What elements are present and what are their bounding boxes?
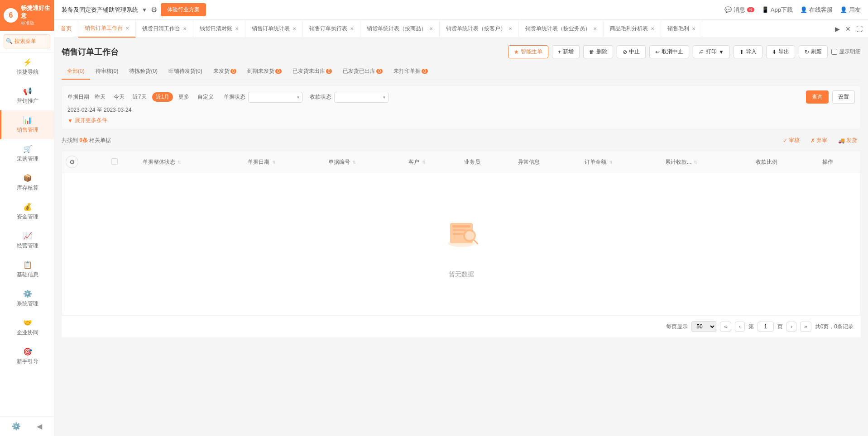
tab-close-sales-exec[interactable]: ✕ (350, 26, 354, 31)
sidebar-item-inventory[interactable]: 📦 库存核算 (0, 168, 54, 197)
date-opt-7days[interactable]: 近7天 (130, 92, 149, 102)
review-btn[interactable]: ✓ 审核 (779, 135, 803, 146)
subtab-shipped-out[interactable]: 已发货已出库0 (337, 64, 388, 80)
logo[interactable]: 6 畅捷通好生意 标准版 (0, 0, 54, 31)
cancel-stop-btn[interactable]: ↩ 取消中止 (649, 45, 689, 58)
tab-sales-exec[interactable]: 销售订单执行表 ✕ (303, 20, 360, 37)
subtabs: 全部(0) 待审核(0) 待拣验货(0) 旺铺待发货(0) 未发货0 到期未发货… (62, 64, 861, 80)
date-opt-today[interactable]: 今天 (111, 92, 127, 102)
subtab-all[interactable]: 全部(0) (62, 64, 90, 80)
next-page-btn[interactable]: › (786, 322, 796, 332)
filter-settings-btn[interactable]: 设置 (832, 90, 855, 104)
tab-product-margin[interactable]: 商品毛利分析表 ✕ (604, 20, 661, 37)
add-btn[interactable]: + 新增 (552, 45, 580, 58)
import-btn[interactable]: ⬆ 导入 (734, 45, 762, 58)
cta-button[interactable]: 体验行业方案 (161, 3, 206, 16)
date-opt-yesterday[interactable]: 昨天 (92, 92, 108, 102)
subtab-wangpu-pending[interactable]: 旺铺待发货(0) (163, 64, 208, 80)
date-opt-1month[interactable]: 近1月 (152, 92, 173, 102)
tab-fullscreen-btn[interactable]: ⛶ (854, 24, 864, 34)
tab-sales-order[interactable]: 销售订单工作台 ✕ (78, 20, 136, 38)
settings-bottom-btn[interactable]: ⚙️ (10, 420, 23, 432)
subtab-not-shipped[interactable]: 未发货0 (208, 64, 242, 80)
page-input[interactable] (758, 322, 774, 332)
last-page-btn[interactable]: » (800, 322, 811, 332)
tab-close-sales-profit[interactable]: ✕ (692, 26, 695, 31)
subtab-pending-review[interactable]: 待审核(0) (90, 64, 124, 80)
column-settings-btn[interactable]: ⚙ (66, 156, 78, 168)
sidebar-item-newbie[interactable]: 🎯 新手引导 (0, 342, 54, 371)
message-btn[interactable]: 💬 消息 6 (724, 6, 754, 14)
topbar-right: 💬 消息 6 📱 App下载 👤 在线客服 👤 用友 (724, 6, 861, 14)
th-date[interactable]: 单据日期 ⇅ (244, 151, 325, 173)
user-btn[interactable]: 👤 用友 (840, 6, 861, 14)
select-all-checkbox[interactable] (111, 158, 118, 165)
tab-home[interactable]: 首页 (54, 20, 78, 37)
th-customer[interactable]: 客户 ⇅ (405, 151, 460, 173)
tab-close-sales-order[interactable]: ✕ (125, 26, 129, 31)
query-btn[interactable]: 查询 (806, 90, 829, 104)
tab-sales-stat-staff[interactable]: 销货单统计表（按业务员） ✕ (519, 20, 604, 37)
prev-page-btn[interactable]: ‹ (735, 322, 745, 332)
status-select[interactable] (248, 92, 302, 103)
tab-sales-stat-product[interactable]: 销货单统计表（按商品） ✕ (360, 20, 440, 37)
stop-btn[interactable]: ⊘ 中止 (617, 45, 646, 58)
subtab-expired-not-shipped[interactable]: 到期未发货0 (242, 64, 287, 80)
sidebar-item-sales[interactable]: 📊 销售管理 (0, 110, 54, 139)
th-status[interactable]: 单据整体状态 ⇅ (139, 151, 245, 173)
tab-close-sales-stat-staff[interactable]: ✕ (593, 26, 597, 31)
topbar-settings-btn[interactable]: ⚙ (151, 5, 157, 14)
tab-close-cash-daily[interactable]: ✕ (183, 26, 187, 31)
svg-point-6 (465, 231, 474, 240)
collapse-btn[interactable]: ◀ (35, 420, 44, 432)
sidebar-item-quick-nav[interactable]: ⚡ 快捷导航 (0, 52, 54, 81)
date-opt-custom[interactable]: 自定义 (195, 92, 216, 102)
expand-filter-btn[interactable]: ▼ 展开更多条件 (67, 117, 855, 124)
tab-close-all-btn[interactable]: ✕ (844, 24, 853, 34)
print-btn[interactable]: 🖨 打印 ▼ (693, 45, 730, 58)
system-title-dropdown[interactable]: ▼ (142, 7, 147, 13)
tab-close-sales-stat-product[interactable]: ✕ (429, 26, 433, 31)
ship-btn[interactable]: 🚚 发货 (834, 135, 861, 146)
subtab-pending-inspect[interactable]: 待拣验货(0) (124, 64, 163, 80)
subtab-not-printed[interactable]: 未打印单据0 (388, 64, 433, 80)
search-menu-button[interactable]: 🔍 搜索菜单 (4, 34, 50, 48)
per-page-select[interactable]: 10 20 50 100 (691, 321, 716, 332)
tab-sales-stat[interactable]: 销售订单统计表 ✕ (245, 20, 303, 37)
tab-close-sales-stat-customer[interactable]: ✕ (508, 26, 512, 31)
export-btn[interactable]: ⬇ 导出 (766, 45, 795, 58)
refresh-btn[interactable]: ↻ 刷新 (799, 45, 828, 58)
app-download-btn[interactable]: 📱 App下载 (762, 6, 793, 14)
tab-close-product-margin[interactable]: ✕ (651, 26, 654, 31)
date-opt-more[interactable]: 更多 (176, 92, 192, 102)
tab-sales-profit[interactable]: 销售毛利 ✕ (661, 20, 702, 37)
first-page-btn[interactable]: « (720, 322, 731, 332)
tab-cash-reconcile[interactable]: 钱货日清对账 ✕ (193, 20, 245, 37)
sidebar-item-label: 新手引导 (17, 358, 38, 365)
online-service-btn[interactable]: 👤 在线客服 (800, 6, 833, 14)
show-detail-checkbox[interactable] (831, 49, 837, 55)
tab-close-cash-reconcile[interactable]: ✕ (235, 26, 239, 31)
sidebar-item-base-info[interactable]: 📋 基础信息 (0, 255, 54, 284)
smart-create-btn[interactable]: ★ 智能生单 (508, 45, 548, 58)
sidebar-item-marketing[interactable]: 📢 营销推广 (0, 81, 54, 110)
tab-cash-daily[interactable]: 钱货日清工作台 ✕ (136, 20, 193, 37)
purchase-icon: 🛒 (23, 145, 32, 153)
sidebar-item-purchase[interactable]: 🛒 采购管理 (0, 139, 54, 168)
sort-amount-icon: ⇅ (609, 160, 613, 165)
th-collected[interactable]: 累计收款... ⇅ (662, 151, 753, 173)
th-amount[interactable]: 订单金额 ⇅ (581, 151, 662, 173)
show-detail-label[interactable]: 显示明细 (831, 48, 861, 56)
tab-scroll-right-btn[interactable]: ▶ (833, 24, 842, 34)
sidebar-item-system[interactable]: ⚙️ 系统管理 (0, 284, 54, 313)
sidebar-item-finance[interactable]: 💰 资金管理 (0, 197, 54, 226)
tab-sales-stat-customer[interactable]: 销货单统计表（按客户） ✕ (440, 20, 519, 37)
sidebar-item-enterprise[interactable]: 🤝 企业协同 (0, 313, 54, 342)
delete-btn[interactable]: 🗑 删除 (583, 45, 613, 58)
cancel-review-btn[interactable]: ✗ 弃审 (807, 135, 831, 146)
tab-close-sales-stat[interactable]: ✕ (293, 26, 296, 31)
payment-select[interactable] (334, 92, 388, 103)
sidebar-item-operations[interactable]: 📈 经营管理 (0, 226, 54, 255)
subtab-shipped-not-out[interactable]: 已发货未出库0 (287, 64, 338, 80)
th-number[interactable]: 单据编号 ⇅ (325, 151, 405, 173)
